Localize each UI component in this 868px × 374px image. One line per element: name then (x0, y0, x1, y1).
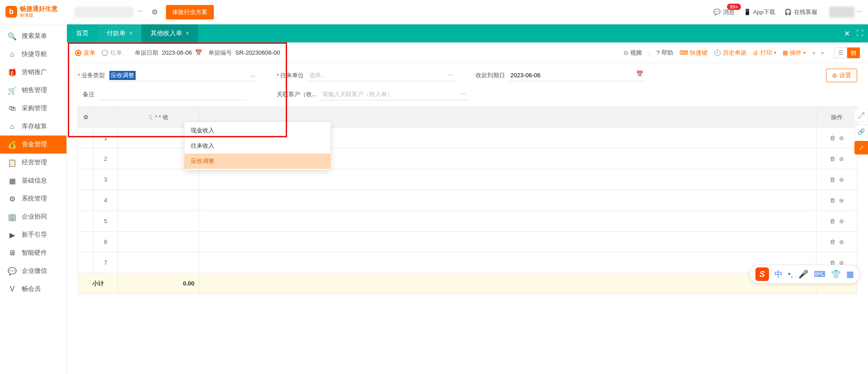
add-row-icon[interactable]: ⊕ (839, 238, 844, 245)
ime-cn-icon[interactable]: 中 (774, 269, 783, 280)
prev-button[interactable]: ◂ (812, 49, 815, 56)
separator: | (648, 49, 650, 56)
ime-skin-icon[interactable]: 👕 (831, 269, 841, 279)
add-row-icon[interactable]: ⊕ (839, 197, 844, 204)
radio-red[interactable]: 红单 (102, 49, 122, 57)
row-account-cell[interactable] (118, 169, 199, 190)
operate-button[interactable]: ▦操作▾ (783, 49, 806, 57)
delete-row-icon[interactable]: 🗑 (830, 218, 835, 224)
dropdown-option-0[interactable]: 现金收入 (184, 123, 330, 138)
row-account-cell[interactable] (118, 252, 199, 273)
next-button[interactable]: ▸ (821, 49, 825, 56)
doc-no-label: 单据编号 (208, 49, 232, 57)
biz-type-input[interactable] (108, 70, 258, 81)
video-button[interactable]: ⊙视频 (623, 49, 642, 57)
support-button[interactable]: 🎧 在线客服 (784, 8, 817, 16)
tab-close-icon[interactable]: × (129, 30, 132, 37)
sidebar-item-9[interactable]: ⚙系统管理 (0, 190, 66, 208)
add-row-icon[interactable]: ⊕ (839, 176, 844, 183)
user-menu[interactable]: ﹀ (826, 7, 863, 18)
delete-row-icon[interactable]: 🗑 (830, 155, 835, 162)
table-row[interactable]: 6🗑⊕ (78, 232, 857, 252)
add-row-icon[interactable]: ⊕ (839, 218, 844, 224)
chevron-up-icon[interactable]: ︿ (250, 71, 256, 79)
add-row-icon[interactable]: ⊕ (839, 155, 844, 162)
sidebar-item-12[interactable]: 🖥智能硬件 (0, 244, 66, 262)
sidebar-item-11[interactable]: ▶新手引导 (0, 226, 66, 244)
delete-row-icon[interactable]: 🗑 (830, 238, 835, 245)
doc-date-value[interactable]: 2023-06-06 (162, 49, 192, 56)
ime-keyboard-icon[interactable]: ⌨ (814, 269, 826, 279)
view-card-toggle[interactable]: ▤ (847, 47, 860, 58)
dropdown-option-2[interactable]: 应收调整 (184, 154, 330, 169)
history-button[interactable]: 🕘历史单据 (714, 49, 746, 57)
expand-tool-icon[interactable]: ⤢ (854, 141, 868, 154)
shortcut-button[interactable]: ⌨快捷键 (679, 49, 708, 57)
row-amount-cell[interactable] (199, 232, 816, 252)
radio-blue[interactable]: 蓝单 (75, 49, 95, 57)
calendar-icon[interactable]: 📅 (636, 70, 643, 77)
sidebar-item-14[interactable]: V畅会员 (0, 280, 66, 298)
related-customer-input[interactable] (321, 89, 470, 100)
calendar-icon[interactable]: 📅 (195, 49, 202, 56)
table-row[interactable]: 5🗑⊕ (78, 211, 857, 232)
sidebar-item-10[interactable]: 🏢企业协同 (0, 208, 66, 226)
row-amount-cell[interactable] (199, 169, 816, 190)
doc-no-value: SR-20230606-00 (236, 49, 280, 56)
table-row[interactable]: 4🗑⊕ (78, 190, 857, 211)
partner-input[interactable] (307, 70, 457, 81)
view-list-toggle[interactable]: ☰ (835, 47, 847, 58)
headset-icon: 🎧 (784, 9, 792, 15)
sidebar-item-1[interactable]: ⌂快捷导航 (0, 45, 66, 63)
more-icon[interactable]: ⋯ (460, 90, 469, 97)
sidebar-item-7[interactable]: 📋经营管理 (0, 154, 66, 172)
tab-close-icon[interactable]: × (186, 30, 189, 37)
row-account-cell[interactable] (118, 232, 199, 252)
sidebar-item-3[interactable]: 🛒销售管理 (0, 81, 66, 99)
org-chevron-icon[interactable]: ﹀ (137, 8, 143, 16)
ime-punct-icon[interactable]: •, (788, 270, 793, 279)
more-icon[interactable]: ⋯ (447, 71, 456, 78)
row-gear-cell (78, 169, 94, 190)
link-tool-icon[interactable]: 🔗 (854, 125, 868, 138)
ime-mic-icon[interactable]: 🎤 (798, 269, 808, 279)
header-gear-icon[interactable]: ⚙ (151, 8, 158, 16)
ime-toolbar[interactable]: S 中 •, 🎤 ⌨ 👕 ▦ (750, 265, 860, 284)
tab-expand-icon[interactable]: ⛶ (856, 29, 863, 37)
clip-tool-icon[interactable]: 🧷 (854, 108, 868, 122)
ime-grid-icon[interactable]: ▦ (846, 269, 854, 279)
sidebar-item-4[interactable]: 🛍采购管理 (0, 99, 66, 117)
print-button[interactable]: 🖨打印▾ (753, 49, 776, 57)
tab-1[interactable]: 其他收入单× (142, 24, 198, 42)
add-row-icon[interactable]: ⊕ (839, 135, 844, 141)
help-button[interactable]: ?帮助 (656, 49, 673, 57)
tab-home[interactable]: 首页 (67, 24, 98, 42)
message-button[interactable]: 💬 消息 99+ (713, 8, 735, 16)
grid-settings-header[interactable]: ⚙ (78, 107, 94, 128)
table-row[interactable]: 7🗑⊕ (78, 252, 857, 273)
sidebar-item-6[interactable]: 💰资金管理 (0, 136, 66, 154)
remark-input[interactable] (98, 89, 247, 100)
delete-row-icon[interactable]: 🗑 (830, 197, 835, 204)
settings-label: 设置 (840, 71, 851, 79)
row-amount-cell[interactable] (199, 211, 816, 232)
promo-button[interactable]: 体验行业方案 (166, 5, 214, 19)
delete-row-icon[interactable]: 🗑 (830, 135, 835, 141)
sidebar-item-5[interactable]: ⌂库存核算 (0, 117, 66, 136)
row-account-cell[interactable] (118, 211, 199, 232)
settings-button[interactable]: ⚙ 设置 (826, 69, 857, 82)
row-amount-cell[interactable] (199, 190, 816, 211)
sidebar-item-2[interactable]: 🎁营销推广 (0, 63, 66, 81)
delete-row-icon[interactable]: 🗑 (830, 176, 835, 183)
table-row[interactable]: 3🗑⊕ (78, 169, 857, 190)
sidebar-item-0[interactable]: 🔍搜索菜单 (0, 27, 66, 45)
tab-0[interactable]: 付款单× (98, 24, 142, 42)
sidebar-item-13[interactable]: 💬企业微信 (0, 262, 66, 280)
tab-close-icon[interactable]: ✕ (844, 29, 850, 38)
due-date-input[interactable] (509, 70, 644, 81)
row-amount-cell[interactable] (199, 252, 816, 273)
dropdown-option-1[interactable]: 往来收入 (184, 138, 330, 154)
app-download-button[interactable]: 📱 App下载 (744, 8, 775, 16)
row-account-cell[interactable] (118, 190, 199, 211)
sidebar-item-8[interactable]: ▦基础信息 (0, 172, 66, 190)
